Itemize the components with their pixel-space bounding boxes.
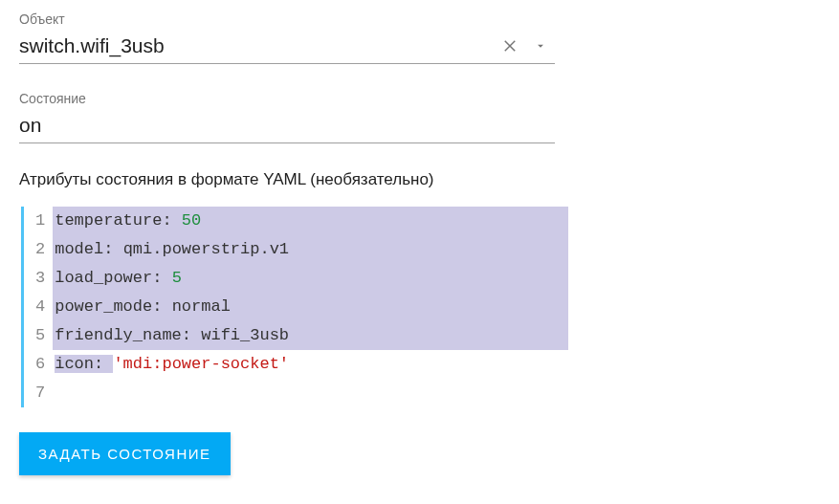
state-input-row [19,112,555,143]
entity-input-row [19,33,555,64]
entity-field-group: Объект [19,11,820,64]
code-line[interactable]: temperature: 50 [53,207,568,235]
line-number: 1 [35,207,45,235]
close-icon [501,37,519,55]
state-input[interactable] [19,112,270,139]
code-line[interactable] [53,379,568,407]
line-gutter: 1234567 [24,207,53,407]
code-body[interactable]: temperature: 50model: qmi.powerstrip.v1l… [53,207,568,407]
set-state-button[interactable]: ЗАДАТЬ СОСТОЯНИЕ [19,432,231,475]
line-number: 7 [35,379,45,407]
code-line[interactable]: icon: 'mdi:power-socket' [53,350,568,379]
chevron-down-icon [534,39,547,53]
state-field-group: Состояние [19,91,820,143]
line-number: 4 [35,293,45,321]
line-number: 3 [35,264,45,293]
code-line[interactable]: friendly_name: wifi_3usb [53,321,568,350]
yaml-editor[interactable]: 1234567 temperature: 50model: qmi.powers… [21,207,568,407]
line-number: 2 [35,235,45,264]
attributes-heading: Атрибуты состояния в формате YAML (необя… [19,170,820,189]
dropdown-button[interactable] [526,35,555,56]
entity-label: Объект [19,11,820,27]
code-line[interactable]: power_mode: normal [53,293,568,321]
line-number: 6 [35,350,45,379]
clear-button[interactable] [494,33,526,58]
code-line[interactable]: load_power: 5 [53,264,568,293]
line-number: 5 [35,321,45,350]
state-label: Состояние [19,91,820,106]
code-line[interactable]: model: qmi.powerstrip.v1 [53,235,568,264]
entity-input[interactable] [19,33,494,59]
